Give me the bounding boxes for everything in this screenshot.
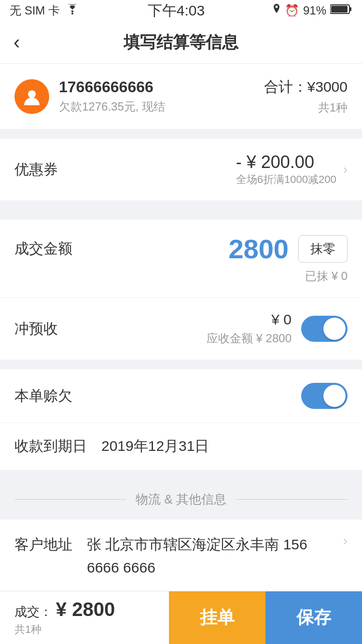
round-button[interactable]: 抹零 — [298, 235, 348, 263]
logistics-line-left — [14, 499, 126, 500]
customer-row: 17666666666 欠款1276.35元, 现结 合计：¥3000 共1种 — [0, 64, 362, 129]
svg-rect-2 — [349, 7, 351, 11]
customer-info: 17666666666 欠款1276.35元, 现结 — [59, 78, 165, 114]
customer-left: 17666666666 欠款1276.35元, 现结 — [14, 78, 165, 114]
coupon-row[interactable]: 优惠券 - ¥ 200.00 全场6折满1000减200 › — [0, 139, 362, 200]
back-button[interactable]: ‹ — [14, 31, 20, 53]
amount-value: 2800 — [228, 233, 289, 265]
prepaid-label: 冲预收 — [14, 319, 58, 339]
content-area: 17666666666 欠款1276.35元, 现结 合计：¥3000 共1种 … — [0, 64, 362, 644]
svg-point-4 — [28, 90, 36, 98]
svg-point-0 — [71, 13, 73, 14]
svg-rect-3 — [331, 6, 348, 13]
customer-debt: 欠款1276.35元, 现结 — [59, 99, 165, 114]
prepaid-values: ¥ 0 应收金额 ¥ 2800 — [207, 311, 292, 346]
status-right: ⏰ 91% — [272, 4, 352, 17]
logistics-line-right — [236, 499, 348, 500]
coupon-amount: - ¥ 200.00 — [236, 152, 336, 172]
customer-card: 17666666666 欠款1276.35元, 现结 合计：¥3000 共1种 — [0, 64, 362, 129]
nav-bar: ‹ 填写结算等信息 — [0, 21, 362, 64]
amount-right: 2800 抹零 — [228, 233, 348, 265]
duedate-value: 2019年12月31日 — [101, 436, 209, 456]
bottom-deal-label: 成交： — [14, 604, 52, 619]
status-time: 下午4:03 — [148, 1, 205, 21]
prepaid-sub: 应收金额 ¥ 2800 — [207, 331, 292, 346]
address-label: 客户地址 — [14, 535, 72, 555]
amount-sub: 已抹 ¥ 0 — [14, 268, 348, 284]
order-total: 合计：¥3000 — [264, 77, 348, 97]
logistics-divider: 物流 & 其他信息 — [0, 479, 362, 519]
address-row[interactable]: 客户地址 张 北京市市辖区海淀区永丰南 156 6666 6666 › — [0, 519, 362, 593]
location-icon — [272, 4, 281, 17]
amount-row: 成交金额 2800 抹零 — [14, 233, 348, 265]
prepaid-amount: ¥ 0 — [207, 311, 292, 328]
hang-button[interactable]: 挂单 — [169, 591, 265, 644]
bottom-summary: 成交： ¥ 2800 共1种 — [0, 599, 169, 637]
debt-toggle[interactable] — [301, 383, 348, 409]
coupon-desc: 全场6折满1000减200 — [236, 172, 336, 187]
address-value: 张 北京市市辖区海淀区永丰南 156 6666 6666 — [87, 533, 336, 579]
no-sim-text: 无 SIM 卡 — [10, 3, 60, 18]
alarm-icon: ⏰ — [285, 4, 299, 17]
logistics-text: 物流 & 其他信息 — [136, 491, 226, 508]
chevron-right-icon: › — [343, 162, 348, 177]
battery-text: 91% — [303, 4, 326, 17]
bottom-deal-row: 成交： ¥ 2800 — [14, 599, 154, 620]
duedate-row: 收款到期日 2019年12月31日 — [0, 422, 362, 470]
section-gap-2 — [0, 360, 362, 369]
customer-right: 合计：¥3000 共1种 — [264, 77, 348, 115]
coupon-label: 优惠券 — [14, 160, 58, 180]
section-gap-1 — [0, 210, 362, 220]
customer-phone: 17666666666 — [59, 78, 165, 96]
amount-label: 成交金额 — [14, 239, 72, 259]
prepaid-row: 冲预收 ¥ 0 应收金额 ¥ 2800 — [0, 298, 362, 360]
page-title: 填写结算等信息 — [124, 31, 238, 54]
status-left: 无 SIM 卡 — [10, 3, 80, 18]
prepaid-toggle[interactable] — [301, 316, 348, 342]
battery-icon — [330, 4, 352, 17]
coupon-right: - ¥ 200.00 全场6折满1000减200 › — [236, 152, 348, 187]
debt-row: 本单赊欠 — [0, 369, 362, 422]
avatar — [14, 79, 49, 114]
address-chevron-icon: › — [343, 533, 348, 548]
wifi-icon — [65, 4, 80, 17]
save-button[interactable]: 保存 — [265, 591, 362, 644]
bottom-deal-count: 共1种 — [14, 622, 154, 637]
amount-section: 成交金额 2800 抹零 已抹 ¥ 0 — [0, 220, 362, 297]
prepaid-right: ¥ 0 应收金额 ¥ 2800 — [207, 311, 348, 346]
order-count: 共1种 — [264, 100, 348, 115]
duedate-label: 收款到期日 — [14, 436, 87, 456]
debt-label: 本单赊欠 — [14, 386, 72, 406]
bottom-deal-amount: ¥ 2800 — [56, 599, 115, 620]
status-bar: 无 SIM 卡 下午4:03 ⏰ 91% — [0, 0, 362, 21]
bottom-bar: 成交： ¥ 2800 共1种 挂单 保存 — [0, 591, 362, 644]
